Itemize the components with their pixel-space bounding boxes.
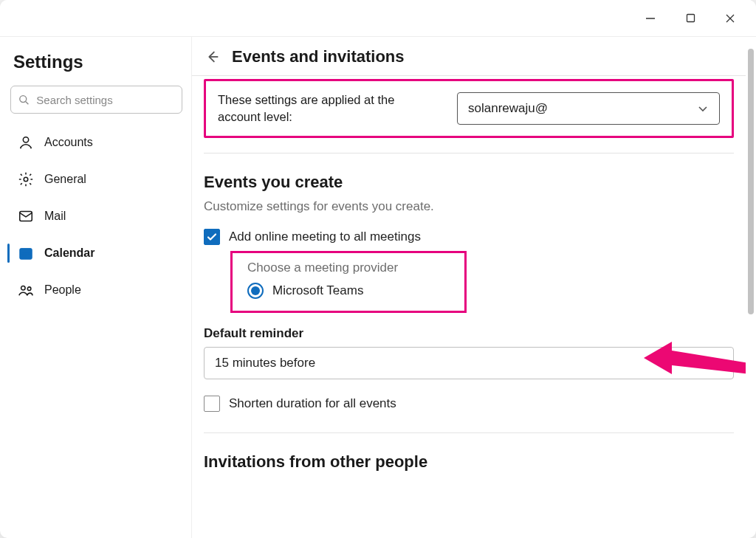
svg-point-6 [23, 137, 28, 142]
sidebar-item-label: General [44, 173, 86, 186]
svg-rect-12 [28, 252, 30, 254]
provider-box: Choose a meeting provider Microsoft Team… [230, 251, 467, 313]
people-icon [18, 282, 34, 298]
shorten-duration-checkbox[interactable] [204, 396, 220, 412]
divider [204, 432, 734, 433]
person-icon [18, 134, 34, 151]
window: Settings Accounts General [0, 0, 756, 538]
sidebar-item-mail[interactable]: Mail [10, 201, 182, 232]
account-level-label: These settings are applied at the accoun… [218, 92, 439, 125]
check-icon [206, 231, 218, 243]
invitations-heading: Invitations from other people [204, 452, 734, 472]
back-button[interactable] [204, 48, 221, 66]
provider-radio-teams[interactable] [247, 283, 264, 299]
shorten-duration-row[interactable]: Shorten duration for all events [204, 396, 734, 412]
arrow-left-icon [205, 49, 221, 65]
chevron-down-icon [711, 357, 723, 369]
content-inner: These settings are applied at the accoun… [192, 79, 746, 508]
maximize-button[interactable] [670, 3, 710, 34]
sidebar-item-general[interactable]: General [10, 164, 182, 195]
divider [192, 75, 746, 76]
add-online-meeting-label: Add online meeting to all meetings [229, 230, 421, 244]
provider-option-row[interactable]: Microsoft Teams [247, 283, 450, 299]
sidebar-item-accounts[interactable]: Accounts [10, 127, 182, 158]
mail-icon [18, 208, 34, 224]
sidebar-item-label: People [44, 283, 81, 297]
scrollbar-track[interactable] [746, 37, 756, 538]
minimize-button[interactable] [630, 3, 670, 34]
provider-option-label: Microsoft Teams [272, 283, 363, 298]
content: Events and invitations These settings ar… [192, 37, 746, 538]
sidebar-title: Settings [13, 52, 182, 72]
shorten-duration-label: Shorten duration for all events [229, 396, 396, 411]
sidebar-item-calendar[interactable]: Calendar [10, 238, 182, 269]
sidebar-item-label: Mail [44, 210, 66, 223]
close-button[interactable] [710, 3, 750, 34]
svg-rect-13 [22, 255, 24, 257]
svg-point-16 [27, 287, 31, 291]
titlebar [0, 0, 756, 37]
sidebar: Settings Accounts General [0, 37, 192, 538]
content-header: Events and invitations [192, 37, 746, 75]
gear-icon [18, 171, 34, 187]
account-level-box: These settings are applied at the accoun… [204, 79, 734, 138]
svg-line-5 [26, 102, 29, 105]
events-heading: Events you create [204, 173, 734, 192]
chevron-down-icon [697, 103, 709, 114]
svg-rect-11 [25, 252, 27, 254]
page-title: Events and invitations [232, 47, 405, 66]
svg-rect-10 [22, 252, 24, 254]
svg-point-7 [24, 177, 28, 182]
body: Settings Accounts General [0, 37, 756, 538]
default-reminder-value: 15 minutes before [215, 356, 315, 370]
close-icon [725, 13, 735, 24]
provider-title: Choose a meeting provider [247, 261, 450, 275]
account-select-value: solanrewaju@ [468, 101, 548, 116]
content-wrap: Events and invitations These settings ar… [192, 37, 756, 538]
svg-rect-1 [687, 15, 694, 22]
svg-rect-14 [25, 255, 27, 257]
sidebar-item-people[interactable]: People [10, 275, 182, 306]
add-online-meeting-row[interactable]: Add online meeting to all meetings [204, 229, 734, 245]
maximize-icon [686, 13, 695, 23]
sidebar-item-label: Calendar [44, 246, 94, 260]
search-box[interactable] [10, 86, 182, 114]
account-select[interactable]: solanrewaju@ [457, 92, 720, 125]
svg-point-4 [20, 96, 27, 103]
add-online-meeting-checkbox[interactable] [204, 229, 220, 245]
default-reminder-select[interactable]: 15 minutes before [204, 347, 734, 379]
calendar-icon [18, 245, 34, 261]
events-subheading: Customize settings for events you create… [204, 199, 734, 214]
scrollbar-thumb[interactable] [748, 49, 754, 314]
search-icon [18, 94, 29, 106]
svg-point-15 [21, 286, 25, 291]
search-input[interactable] [35, 93, 174, 107]
sidebar-item-label: Accounts [44, 136, 93, 149]
divider [204, 153, 734, 154]
minimize-icon [645, 13, 656, 24]
default-reminder-label: Default reminder [204, 326, 734, 341]
